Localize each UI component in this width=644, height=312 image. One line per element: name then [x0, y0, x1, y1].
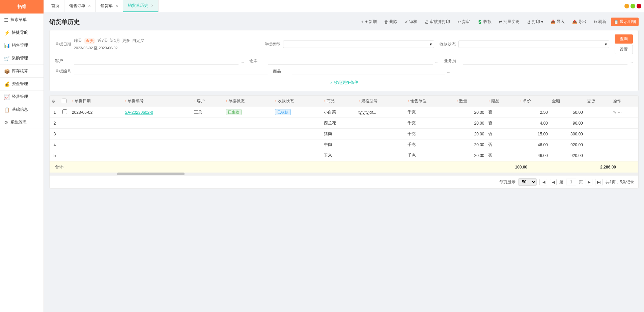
docno-input[interactable]	[74, 68, 268, 75]
docno-link[interactable]: SA-20230602-0	[125, 110, 153, 115]
cell-docno: SA-20230602-0	[123, 107, 192, 118]
date-tab-custom[interactable]: 自定义	[132, 38, 144, 44]
collapse-button[interactable]: ∧ 收起更多条件	[55, 78, 633, 87]
date-tab-more[interactable]: 更多	[122, 38, 130, 44]
sidebar-item-purchase[interactable]: 🛒 采购管理	[0, 52, 44, 65]
scroll-thumb[interactable]	[117, 173, 185, 175]
inventory-icon: 📦	[4, 69, 10, 74]
sidebar-item-inventory[interactable]: 📦 库存核算	[0, 65, 44, 78]
sidebar-item-sales[interactable]: 📊 销售管理	[0, 39, 44, 52]
warehouse-input[interactable]	[268, 57, 433, 64]
col-header-amount: 金额	[550, 96, 585, 107]
query-button[interactable]: 查询	[615, 34, 633, 44]
purchase-icon: 🛒	[4, 56, 10, 61]
salesman-more-btn[interactable]: ...	[629, 59, 633, 63]
paystatus-select[interactable]: ▾	[458, 41, 609, 48]
audit-print-button[interactable]: 🖨 审核并打印	[422, 18, 453, 26]
col-header-docstatus: ↕ 单据状态	[224, 96, 273, 107]
delete-button[interactable]: 🗑 删除	[382, 18, 400, 26]
sales-icon: 📊	[4, 43, 10, 48]
print-button[interactable]: 🖨 打印 ▾	[524, 18, 546, 26]
tab-sales-order[interactable]: 销售订单 ✕	[64, 0, 96, 12]
minimize-button[interactable]	[624, 4, 629, 8]
abandon-icon: ↩	[457, 20, 461, 24]
sidebar-item-finance[interactable]: 💰 资金管理	[0, 78, 44, 90]
import-button[interactable]: 📥 导入	[548, 18, 567, 26]
basic-info-icon: 📋	[4, 107, 10, 112]
sidebar-item-operations[interactable]: 📈 经营管理	[0, 90, 44, 103]
collect-button[interactable]: 💲 收款	[475, 18, 494, 26]
new-button[interactable]: ＋ + 新增	[358, 18, 380, 26]
operations-icon: 📈	[4, 94, 10, 100]
cell-spec	[357, 118, 405, 129]
sidebar-item-finance-label: 资金管理	[12, 81, 28, 87]
total-pages-info: 共1页，5条记录	[606, 179, 634, 185]
abandon-button[interactable]: ↩ 弃审	[455, 18, 473, 26]
date-tab-today[interactable]: 今天	[84, 38, 95, 44]
table-row: 3 猪肉 千克 20.00 否 15.00 300.00	[50, 129, 638, 139]
close-button[interactable]	[637, 4, 641, 8]
window-controls	[624, 4, 641, 8]
customer-more-btn[interactable]: ...	[241, 59, 244, 63]
batch-change-button[interactable]: ⇄ 批量变更	[496, 18, 522, 26]
print-dropdown-icon: ▾	[541, 20, 543, 24]
paystatus-dropdown-icon: ▾	[605, 42, 607, 47]
tab-sales-order-close[interactable]: ✕	[88, 4, 91, 8]
last-page-button[interactable]: ▶|	[595, 179, 603, 185]
first-page-button[interactable]: |◀	[539, 179, 547, 185]
cell-qty: 20.00	[454, 129, 486, 139]
tab-sales-shipment[interactable]: 销货单 ✕	[96, 0, 123, 12]
doctype-select[interactable]: ▾	[283, 41, 434, 48]
salesman-input[interactable]	[463, 57, 627, 64]
date-tab-yesterday[interactable]: 昨天	[74, 38, 82, 44]
cell-goods: 小白菜	[322, 107, 357, 118]
tab-sales-history[interactable]: 销货单历史 ✕	[123, 0, 159, 12]
cell-delivery	[585, 118, 611, 129]
refresh-button[interactable]: ↻ 刷新	[591, 18, 609, 26]
row-checkbox[interactable]	[62, 109, 67, 114]
filter-item-goods: 商品 ...	[273, 68, 450, 75]
sidebar-item-system-label: 系统管理	[10, 120, 27, 125]
cell-checkbox	[60, 139, 70, 150]
horizontal-scrollbar[interactable]	[50, 173, 638, 175]
date-tab-1month[interactable]: 近1月	[110, 38, 120, 44]
sidebar-item-search-label: 搜索菜单	[10, 17, 27, 23]
customer-input[interactable]	[74, 57, 239, 64]
prev-page-button[interactable]: ◀	[550, 179, 557, 185]
cell-date: 2023-06-02	[70, 107, 123, 118]
edit-icon[interactable]: ✎	[613, 110, 616, 115]
settings-button[interactable]: 设置	[615, 45, 633, 54]
cell-qty: 20.00	[454, 139, 486, 150]
salesman-label: 业务员	[444, 58, 461, 64]
cell-price: 2.50	[518, 107, 550, 118]
pagination: 每页显示 50 100 200 |◀ ◀ 第 页 ▶ ▶| 共1页，5条记录	[50, 175, 638, 188]
data-table: ⚙ ↕ 单据日期 ↕ 单据编号	[50, 96, 638, 161]
goods-input[interactable]	[292, 68, 445, 75]
sort-icon-price: ↕	[520, 99, 522, 103]
per-page-select[interactable]: 50 100 200	[518, 178, 537, 186]
maximize-button[interactable]	[631, 4, 635, 8]
sidebar-item-basic-info[interactable]: 📋 基础信息	[0, 103, 44, 116]
col-header-action: 操作	[611, 96, 638, 107]
page-number-input[interactable]	[566, 179, 576, 185]
sidebar-item-search[interactable]: ☰ 搜索菜单	[0, 14, 44, 26]
sidebar-item-system[interactable]: ⚙ 系统管理	[0, 116, 44, 129]
tab-sales-shipment-close[interactable]: ✕	[115, 4, 118, 8]
display-detail-button[interactable]: 📋 显示明细	[611, 18, 639, 26]
tab-sales-history-close[interactable]: ✕	[151, 4, 153, 7]
action-icons: ✎⋯	[613, 110, 636, 115]
audit-button[interactable]: ✔ 审核	[402, 18, 420, 26]
warehouse-more-btn[interactable]: ...	[435, 59, 439, 63]
sidebar-item-quicknav[interactable]: ⚡ 快捷导航	[0, 26, 44, 39]
goods-more-btn[interactable]: ...	[447, 69, 450, 74]
select-all-checkbox[interactable]	[62, 99, 66, 103]
main-area: 首页 销售订单 ✕ 销货单 ✕ 销货单历史 ✕ 销货单历史 ＋	[44, 0, 644, 312]
tab-home[interactable]: 首页	[47, 0, 64, 12]
table-settings-icon[interactable]: ⚙	[52, 99, 55, 104]
cell-amount: 300.00	[550, 129, 585, 139]
more-action-icon[interactable]: ⋯	[618, 110, 622, 115]
next-page-button[interactable]: ▶	[586, 179, 592, 185]
export-button[interactable]: 📤 导出	[569, 18, 589, 26]
date-tab-7days[interactable]: 近7天	[97, 38, 108, 44]
cell-checkbox	[60, 129, 70, 139]
